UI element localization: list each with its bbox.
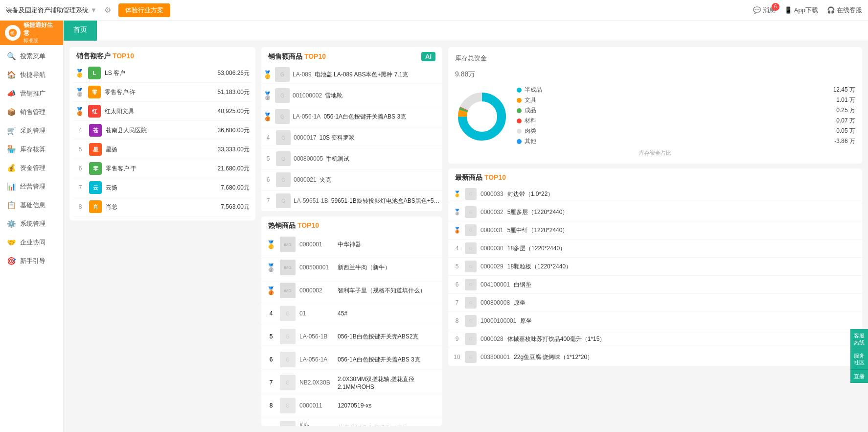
sidebar-label-purchase: 采购管理 (20, 126, 46, 135)
sidebar-icon-marketing: 📣 (7, 89, 16, 98)
service-label: 在线客服 (837, 6, 862, 15)
medal-icon: 🥉 (263, 112, 272, 121)
list-item: 🥉 G LA-056-1A 056-1A白色按键开关盖ABS 3克 (261, 106, 442, 127)
product-thumbnail: G (276, 151, 291, 166)
rank-number: 6 (266, 356, 276, 363)
online-service-button[interactable]: 🎧 在线客服 (827, 6, 862, 15)
sidebar-item-marketing[interactable]: 📣营销推广 (0, 84, 63, 103)
table-row: 4 苍 苍南县人民医院 36,600.00元 (73, 121, 251, 140)
list-item: 9 G KK-SD22110H 花语萌恒温分腿睡袋（厚款） (261, 417, 442, 426)
rank-avatar: 肖 (89, 200, 102, 213)
legend-label: 成品 (525, 106, 536, 115)
rank-avatar: 苍 (89, 124, 102, 137)
customer-ranking-title: 销售额客户 TOP10 (76, 52, 134, 61)
float-button-direct[interactable]: 直播 (850, 370, 868, 383)
product-thumbnail: G (275, 109, 290, 124)
product-name: 5厘多层（1220*2440） (507, 208, 857, 216)
medal-icon: 🥉 (266, 286, 276, 295)
sidebar-item-search[interactable]: 🔍搜索菜单 (0, 47, 63, 66)
rank-name: 零售客户·许 (105, 88, 214, 96)
sidebar-item-operations[interactable]: 📊经营管理 (0, 177, 63, 196)
sidebar-item-quick-nav[interactable]: 🏠快捷导航 (0, 66, 63, 84)
rank-number: 5 (263, 155, 273, 162)
app-icon: 📱 (784, 6, 792, 14)
headset-icon: 🎧 (827, 6, 835, 14)
sidebar-item-system[interactable]: ⚙️系统管理 (0, 215, 63, 233)
medal-icon: 🥉 (75, 107, 84, 116)
product-code: LA-056-1A (293, 113, 320, 120)
rank-number: 5 (266, 333, 276, 340)
sidebar-item-cooperation[interactable]: 🤝企业协同 (0, 233, 63, 252)
top-bar: 装备及固定资产辅助管理系统 ▼ ⚙ 体验行业方案 💬 消息 6 📱 App下载 … (0, 0, 868, 21)
rank-value: 7,680.00元 (221, 184, 250, 192)
message-button[interactable]: 💬 消息 6 (753, 6, 776, 15)
list-item: 7 G LA-59651-1B 59651-1B旋转投影灯电池盒ABS黑色+58… (261, 191, 442, 212)
rank-number: 10 (453, 354, 461, 360)
legend-value: -0.05 万 (834, 127, 855, 135)
product-name: 电池盖 LA-089 ABS本色+黑种 7.1克 (315, 71, 440, 79)
list-item: 5 G LA-056-1B 056-1B白色按键开关壳ABS2克 (261, 325, 442, 348)
system-selector[interactable]: 装备及固定资产辅助管理系统 ▼ (6, 6, 97, 15)
sidebar-item-inventory[interactable]: 🏪库存核算 (0, 140, 63, 159)
product-code: 0000032 (480, 209, 503, 216)
list-item: 🥉 G 0000031 5厘中纤（1220*2440） (448, 221, 862, 240)
gear-button[interactable]: ⚙ (101, 3, 114, 17)
legend-dot (517, 88, 522, 93)
product-name: 封边带（1.0*22） (507, 190, 857, 198)
hot-products-list: 🥇 IMG 0000001 中华神器 🥈 IMG 000500001 新西兰牛肉… (261, 233, 442, 426)
product-code: 0000029 (480, 263, 503, 270)
sidebar-label-guide: 新手引导 (20, 257, 46, 265)
product-thumbnail: G (465, 333, 477, 345)
ai-badge[interactable]: Ai (421, 52, 435, 61)
sidebar-label-cooperation: 企业协同 (20, 238, 46, 247)
sidebar-item-basic-info[interactable]: 📋基础信息 (0, 196, 63, 215)
list-item: 🥉 IMG 0000002 智利车子里（规格不知道填什么） (261, 279, 442, 302)
legend-item: 材料 0.07 万 (517, 117, 855, 125)
tab-home[interactable]: 首页 (64, 21, 97, 41)
brand-name: 畅捷通好生意 (23, 22, 58, 37)
rank-name: 苍南县人民医院 (106, 126, 214, 135)
list-item: 🥇 G 0000033 封边带（1.0*22） (448, 185, 862, 203)
product-name: 45# (338, 310, 437, 317)
legend-item: 半成品 12.45 万 (517, 86, 855, 94)
app-label: App下载 (794, 6, 818, 15)
float-buttons: 客服 热线服务 社区直播 (850, 329, 868, 383)
sidebar-item-finance[interactable]: 💰资金管理 (0, 159, 63, 177)
list-item: 8 G 0000011 12070519-xs (261, 394, 442, 417)
rank-name: LS 客户 (105, 69, 214, 77)
content-scroll: 销售额客户 TOP10 🥇 L LS 客户 53,006.26元 🥈 零 零售客… (64, 41, 868, 432)
medal-icon: 🥇 (453, 191, 461, 197)
product-code: 000800005 (294, 155, 323, 162)
product-code: 0000002 (299, 287, 334, 294)
legend-list: 半成品 12.45 万 文具 1.01 万 成品 0.25 万 材料 0.07 … (517, 86, 855, 147)
medal-icon: 🥉 (453, 227, 461, 234)
table-row: 8 肖 肖总 7,563.00元 (73, 197, 251, 216)
float-button-community[interactable]: 服务 社区 (850, 349, 868, 370)
rank-avatar: 星 (89, 143, 102, 156)
sidebar-item-guide[interactable]: 🎯新手引导 (0, 252, 63, 270)
float-button-service[interactable]: 客服 热线 (850, 329, 868, 350)
legend-label-wrap: 半成品 (517, 86, 833, 94)
legend-dot (517, 129, 522, 134)
product-name: 体械嘉枚味苏打饮品400毫升（1*15） (507, 335, 857, 343)
sidebar-icon-cooperation: 🤝 (7, 238, 16, 247)
rank-number: 4 (75, 127, 85, 134)
brand-area: 畅 畅捷通好生意 标准版 (0, 21, 63, 45)
product-thumbnail: IMG (280, 260, 296, 275)
customer-ranking-header: 销售额客户 TOP10 (69, 47, 255, 64)
app-download-button[interactable]: 📱 App下载 (784, 6, 818, 15)
legend-value: 0.25 万 (836, 106, 855, 115)
left-column: 销售额客户 TOP10 🥇 L LS 客户 53,006.26元 🥈 零 零售客… (69, 47, 255, 426)
table-row: 🥇 L LS 客户 53,006.26元 (73, 64, 251, 83)
sidebar-item-sales[interactable]: 📦销售管理 (0, 103, 63, 121)
list-item: 7 G NB2.0X30B 2.0X30MM双搓花轴,搓花直径2.1MM/ROH… (261, 371, 442, 394)
rank-number: 9 (266, 425, 276, 426)
content-area: 首页 销售额客户 TOP10 🥇 L LS 客户 53,006.26元 🥈 零 … (64, 21, 868, 432)
sidebar-label-finance: 资金管理 (20, 164, 46, 172)
medal-icon: 🥈 (453, 209, 461, 216)
rank-number: 9 (453, 336, 461, 342)
sidebar-item-purchase[interactable]: 🛒采购管理 (0, 121, 63, 140)
trial-button[interactable]: 体验行业方案 (118, 3, 170, 17)
sidebar-icon-sales: 📦 (7, 108, 16, 117)
sidebar-icon-quick-nav: 🏠 (7, 71, 16, 79)
